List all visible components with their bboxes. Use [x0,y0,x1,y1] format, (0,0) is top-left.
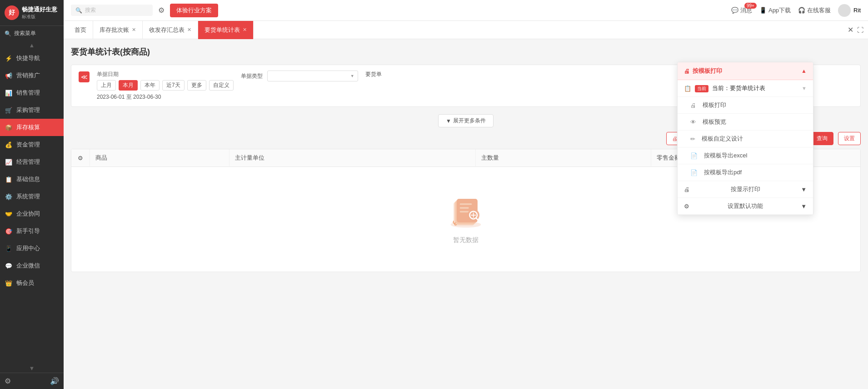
sidebar-item-label: 系统管理 [16,192,40,201]
date-current-year[interactable]: 本年 [140,80,160,91]
set-default-icon: ⚙ [684,203,689,210]
dropdown-print-icon: 🖨 [684,68,690,75]
sidebar-item-system[interactable]: ⚙️ 系统管理 [0,188,64,205]
sidebar-item-operation[interactable]: 📈 经营管理 [0,153,64,171]
col-settings[interactable]: ⚙ [71,149,90,167]
close-window-icon[interactable]: ✕ [848,25,853,34]
order-type-select[interactable] [267,71,358,81]
topbar-right: 💬 消息 99+ 📱 App下载 🎧 在线客服 Rit [731,4,861,17]
sidebar-item-purchase[interactable]: 🛒 采购管理 [0,101,64,119]
date-current-month[interactable]: 本月 [119,80,138,91]
sidebar-item-sales[interactable]: 📊 销售管理 [0,84,64,101]
app-center-icon: 📱 [5,244,13,253]
tab-receipt-summary[interactable]: 收发存汇总表 ✕ [143,21,198,39]
order-type-select-wrap[interactable] [267,71,358,81]
user-avatar[interactable]: Rit [838,4,861,17]
tab-inventory-batch[interactable]: 库存批次账 ✕ [93,21,143,39]
expand-more-icon: ▼ [446,118,451,124]
dropdown-template-preview[interactable]: 👁 模板预览 [678,114,813,131]
maximize-icon[interactable]: ⛶ [857,26,863,34]
marketing-icon: 📢 [5,71,13,80]
member-icon: 👑 [5,279,13,287]
scroll-down-btn[interactable]: ▼ [0,364,64,373]
headset-icon: 🎧 [798,7,805,14]
date-custom[interactable]: 自定义 [209,80,234,91]
tab-home[interactable]: 首页 [68,21,93,39]
tab-receipt-summary-close[interactable]: ✕ [187,27,191,33]
scroll-up-btn[interactable]: ▲ [0,41,64,50]
dropdown-export-pdf[interactable]: 📄 按模板导出pdf [678,164,813,181]
dropdown-collapse-btn[interactable]: ▲ [801,68,807,74]
date-prev-month[interactable]: 上月 [97,80,116,91]
dropdown-template-custom[interactable]: ✏ 模板自定义设计 [678,131,813,147]
template-custom-label: 模板自定义设计 [702,135,807,143]
tab-requisition-stats-close[interactable]: ✕ [243,27,247,33]
svg-rect-5 [460,207,469,208]
messages-badge: 99+ [744,3,757,9]
tab-requisition-stats[interactable]: 要货单统计表 ✕ [198,21,254,39]
app-download-btn[interactable]: 📱 App下载 [759,6,791,15]
sidebar-item-guide[interactable]: 🎯 新手引导 [0,222,64,240]
current-template-arrow: ▼ [802,86,807,91]
logo-icon: 好 [5,5,19,20]
topbar-gear-icon[interactable]: ⚙ [158,6,165,15]
requisition-label: 要货单 [365,71,382,78]
sidebar-item-inventory[interactable]: 📦 库存核算 [0,119,64,136]
dropdown-set-default[interactable]: ⚙ 设置默认功能 ▼ [678,198,813,215]
filter-expand-btn[interactable]: ≪ [79,71,90,82]
online-service-btn[interactable]: 🎧 在线客服 [798,6,831,15]
export-pdf-label: 按模板导出pdf [704,168,807,177]
sidebar-search[interactable]: 🔍 搜索菜单 [0,26,64,41]
sidebar-item-wechat[interactable]: 💬 企业微信 [0,257,64,274]
order-type-label: 单据类型 [241,72,263,80]
sidebar-item-marketing[interactable]: 📢 营销推广 [0,67,64,84]
sidebar-item-label: 新手引导 [16,227,40,235]
sidebar-item-finance[interactable]: 💰 资金管理 [0,136,64,153]
sidebar-item-collab[interactable]: 🤝 企业协同 [0,205,64,222]
logo-text: 畅捷通好生意 标准版 [22,6,57,20]
export-excel-icon: 📄 [690,152,698,159]
dropdown-display-print[interactable]: 🖨 按显示打印 ▼ [678,181,813,198]
sidebar: 好 畅捷通好生意 标准版 🔍 搜索菜单 ▲ ⚡ 快捷导航 📢 营销推广 📊 销售… [0,0,64,389]
sidebar-item-label: 快捷导航 [16,54,40,62]
template-preview-icon: 👁 [690,119,696,126]
settings-btn[interactable]: 设置 [838,132,861,145]
date-more[interactable]: 更多 [187,80,206,91]
footer-settings-icon[interactable]: ⚙ [5,377,11,385]
app-download-icon: 📱 [759,7,767,14]
dropdown-template-print[interactable]: 🖨 模板打印 [678,97,813,114]
tab-receipt-summary-label: 收发存汇总表 [149,26,185,34]
tab-inventory-batch-close[interactable]: ✕ [132,27,136,33]
sidebar-item-label: 企业协同 [16,210,40,218]
footer-audio-icon[interactable]: 🔊 [50,377,59,385]
industry-btn[interactable]: 体验行业方案 [170,4,218,17]
query-btn[interactable]: 查询 [811,132,833,145]
logo-sub: 标准版 [22,14,57,20]
dropdown-title: 🖨 按模板打印 [684,67,722,75]
dropdown-current-template[interactable]: 📋 当前 当前：要货单统计表 ▼ [678,80,813,97]
sidebar-item-label: 经营管理 [16,158,40,166]
sidebar-item-app-center[interactable]: 📱 应用中心 [0,240,64,257]
dropdown-header: 🖨 按模板打印 ▲ [678,62,813,80]
expand-more-btn[interactable]: ▼ 展开更多条件 [438,114,494,127]
date-options-row: 上月 本月 本年 近7天 更多 自定义 [97,80,234,91]
sidebar-item-basic-info[interactable]: 📋 基础信息 [0,171,64,188]
empty-message: 暂无数据 [453,236,479,244]
template-preview-label: 模板预览 [703,118,807,126]
export-excel-label: 按模板导出excel [704,152,807,160]
dropdown-export-excel[interactable]: 📄 按模板导出excel [678,147,813,164]
display-print-label: 按显示打印 [731,185,760,193]
system-icon: ⚙️ [5,192,13,201]
sidebar-item-quick-nav[interactable]: ⚡ 快捷导航 [0,50,64,67]
set-default-label: 设置默认功能 [728,202,763,210]
avatar-img [838,4,851,17]
col-quantity: 主数量 [476,149,651,167]
template-print-label: 模板打印 [703,101,807,109]
date-last-7-days[interactable]: 近7天 [162,80,185,91]
date-filter-group: 单据日期 上月 本月 本年 近7天 更多 自定义 2023-06-01 至 20… [97,71,234,101]
sidebar-item-label: 应用中心 [16,244,40,253]
sidebar-item-member[interactable]: 👑 畅会员 [0,274,64,292]
messages-btn[interactable]: 💬 消息 99+ [731,6,752,15]
topbar-search[interactable]: 🔍 搜索 [71,5,153,16]
display-print-icon: 🖨 [684,186,690,193]
